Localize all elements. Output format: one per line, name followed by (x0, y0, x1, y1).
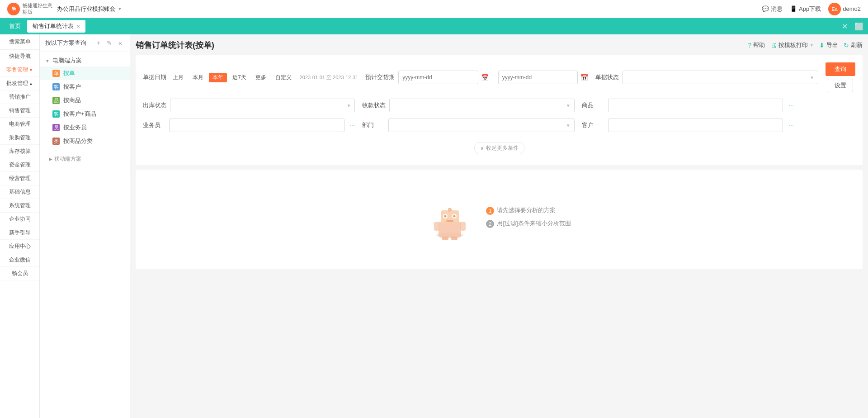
shortcut-this-month[interactable]: 本月 (189, 73, 207, 82)
product-label: 商品 (582, 101, 604, 109)
scheme-group-pc-header[interactable]: ▼ 电脑端方案 (40, 55, 130, 66)
refresh-icon: ↻ (844, 42, 849, 49)
expected-date-start[interactable] (398, 71, 478, 84)
product-more-button[interactable]: ··· (788, 102, 794, 109)
refresh-button[interactable]: ↻ 刷新 (844, 41, 863, 49)
print-dropdown-icon: ▼ (810, 43, 814, 48)
payment-status-select[interactable]: ▼ (389, 99, 574, 112)
tab-sales-order-stats[interactable]: 销售订单统计表 ✕ (27, 20, 85, 33)
tab-close-icon[interactable]: ✕ (76, 24, 80, 29)
customer-field: 客户 ··· (582, 119, 794, 132)
customer-input[interactable] (608, 119, 783, 132)
tab-bar: 首页 销售订单统计表 ✕ ✕ ⬜ (0, 18, 868, 34)
export-button[interactable]: ⬇ 导出 (819, 41, 838, 49)
scheme-item-by-category[interactable]: 类 按商品分类 (40, 134, 130, 148)
salesperson-input[interactable] (169, 119, 344, 132)
sidebar-item-inventory[interactable]: 库存核算 (0, 145, 39, 158)
logo-area: 畅 畅捷通好生意 标版 (7, 3, 52, 15)
edit-scheme-button[interactable]: ✎ (105, 39, 113, 47)
sidebar-item-ecom[interactable]: 电商管理 (0, 118, 39, 131)
product-input[interactable] (608, 99, 783, 112)
empty-state-illustration (427, 197, 472, 242)
sidebar-item-onboarding[interactable]: 新手引导 (0, 226, 39, 240)
collapse-row: ∧ 收起更多条件 (143, 138, 855, 158)
date-separator: — (491, 74, 496, 81)
collapse-button[interactable]: ∧ 收起更多条件 (474, 142, 524, 154)
department-select[interactable]: ▼ (388, 119, 574, 132)
left-panel-actions: ＋ ✎ « (94, 39, 124, 47)
sidebar-item-system[interactable]: 系统管理 (0, 199, 39, 213)
expected-date-end[interactable] (498, 71, 578, 84)
calendar-end-icon[interactable]: 📅 (580, 74, 588, 81)
scheme-item-by-customer[interactable]: 客 按客户 (40, 80, 130, 94)
svg-rect-9 (434, 222, 439, 231)
sidebar-item-purchase[interactable]: 采购管理 (0, 131, 39, 145)
sidebar-item-sales[interactable]: 销售管理 (0, 104, 39, 118)
scheme-icon-by-order: 单 (52, 70, 60, 77)
right-panel: 销售订单统计表(按单) ? 帮助 🖨 按模板打印 ▼ ⬇ 导出 ↻ 刷新 (130, 34, 868, 418)
app-download-button[interactable]: 📱 App下载 (790, 5, 821, 13)
print-button[interactable]: 🖨 按模板打印 ▼ (770, 41, 814, 49)
tab-minimize-button[interactable]: ✕ (839, 21, 850, 32)
user-menu[interactable]: Ea demo2 (828, 3, 861, 15)
sidebar-item-wechat[interactable]: 企业微信 (0, 253, 39, 267)
svg-point-6 (453, 215, 456, 218)
collapse-icon: ∧ (480, 145, 484, 152)
shipping-select-arrow-icon: ▼ (346, 103, 351, 108)
sidebar-item-retail[interactable]: 零售管理 ▼ (0, 63, 39, 77)
doc-status-select[interactable]: ▼ (623, 71, 818, 84)
shortcut-more[interactable]: 更多 (252, 73, 270, 82)
expected-date-field: 预计交货期 📅 — 📅 (365, 71, 588, 84)
empty-state: 1 请先选择要分析的方案 2 用[过滤]条件来缩小分析范围 (136, 170, 863, 269)
filter-row-1: 单据日期 上月 本月 本年 近7天 更多 自定义 2023-01-01 至 20… (143, 62, 855, 92)
salesperson-more-button[interactable]: ··· (350, 122, 355, 129)
shipping-status-field: 出库状态 ▼ (143, 99, 355, 112)
sidebar-item-vip[interactable]: 畅会员 (0, 267, 39, 280)
header-right: 💬 消息 📱 App下载 Ea demo2 (762, 3, 861, 15)
shortcut-last-month[interactable]: 上月 (169, 73, 187, 82)
date-field: 单据日期 上月 本月 本年 近7天 更多 自定义 2023-01-01 至 20… (143, 73, 358, 82)
shipping-status-select[interactable]: ▼ (170, 99, 355, 112)
sidebar-item-wholesale[interactable]: 批发管理 ▲ (0, 77, 39, 90)
sidebar-search[interactable]: 搜索菜单 (0, 34, 39, 50)
main-layout: 搜索菜单 快捷导航 零售管理 ▼ 批发管理 ▲ 营销推广 销售管理 电商管理 采… (0, 34, 868, 418)
scheme-item-by-product[interactable]: 品 按商品 (40, 94, 130, 107)
shortcut-last-7days[interactable]: 近7天 (229, 73, 250, 82)
department-label: 部门 (362, 121, 385, 129)
tab-home[interactable]: 首页 (4, 20, 26, 33)
sidebar-item-operations[interactable]: 经营管理 (0, 172, 39, 185)
header-left: 畅 畅捷通好生意 标版 办公用品行业模拟账套 ▼ (7, 3, 122, 15)
scheme-item-by-order[interactable]: 单 按单 (40, 66, 130, 80)
page-title: 销售订单统计表(按单) (136, 40, 214, 51)
scheme-item-by-customer-product[interactable]: 客 按客户+商品 (40, 107, 130, 121)
shortcut-this-year[interactable]: 本年 (209, 73, 227, 82)
scheme-item-by-salesperson[interactable]: 员 按业务员 (40, 121, 130, 134)
help-button[interactable]: ? 帮助 (748, 41, 765, 49)
doc-status-label: 单据状态 (595, 73, 619, 81)
avatar: Ea (828, 3, 841, 15)
calendar-start-icon[interactable]: 📅 (481, 74, 489, 81)
customer-more-button[interactable]: ··· (788, 122, 794, 129)
sidebar-item-finance[interactable]: 资金管理 (0, 158, 39, 172)
empty-state-content: 1 请先选择要分析的方案 2 用[过滤]条件来缩小分析范围 (427, 197, 571, 242)
scheme-icon-by-product: 品 (52, 97, 60, 104)
sidebar-item-shortcut[interactable]: 快捷导航 (0, 50, 39, 63)
date-hint: 2023-01-01 至 2023-12-31 (300, 74, 359, 81)
svg-rect-1 (439, 222, 461, 238)
customer-label: 客户 (582, 121, 604, 129)
sidebar-item-enterprise[interactable]: 企业协同 (0, 213, 39, 226)
sidebar-item-marketing[interactable]: 营销推广 (0, 90, 39, 104)
sidebar-item-appcenter[interactable]: 应用中心 (0, 240, 39, 253)
shortcut-custom[interactable]: 自定义 (272, 73, 295, 82)
query-button[interactable]: 查询 (826, 62, 855, 76)
collapse-panel-button[interactable]: « (116, 39, 124, 47)
scheme-group-pc: ▼ 电脑端方案 单 按单 客 按客户 品 按商品 客 按客户+商品 员 按业务员 (40, 52, 130, 151)
tab-bar-actions: ✕ ⬜ (839, 21, 864, 32)
message-button[interactable]: 💬 消息 (762, 5, 783, 13)
sidebar-item-basic[interactable]: 基础信息 (0, 185, 39, 199)
scheme-group-mobile-header[interactable]: ▶ 移动端方案 (40, 153, 130, 165)
settings-button[interactable]: 设置 (828, 79, 853, 92)
tab-maximize-button[interactable]: ⬜ (854, 21, 864, 32)
breadcrumb-dropdown-icon[interactable]: ▼ (118, 6, 122, 11)
add-scheme-button[interactable]: ＋ (94, 39, 103, 47)
